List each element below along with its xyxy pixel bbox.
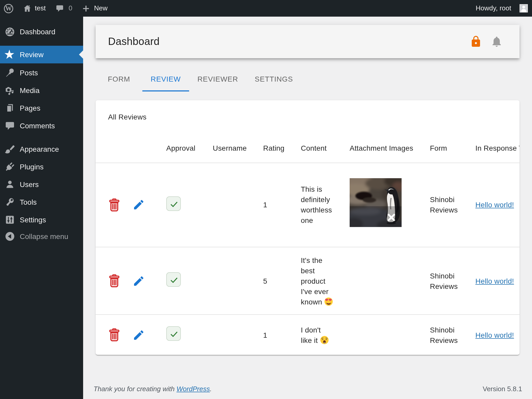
svg-text:W: W [5,5,12,12]
